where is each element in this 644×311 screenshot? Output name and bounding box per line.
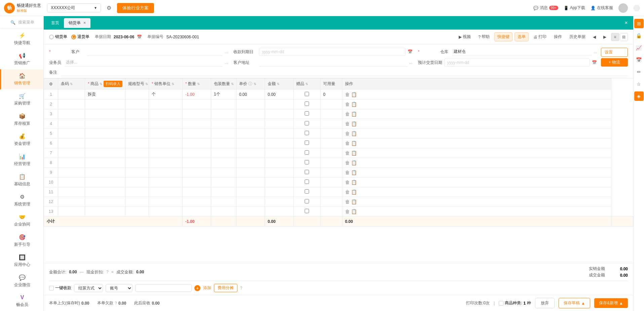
list-view-btn[interactable]: ≡ (611, 33, 619, 41)
cash-discount-info[interactable]: ? (106, 270, 109, 274)
product-type-checkbox[interactable]: 商品种类: 1 种 (499, 300, 531, 306)
panel-calendar-icon[interactable]: 📅 (634, 55, 644, 65)
sidebar-item-marketing[interactable]: 📢 营销推广 (0, 49, 43, 69)
sidebar-item-inventory[interactable]: 📦 库存核算 (0, 110, 43, 130)
gift-checkbox[interactable] (305, 121, 309, 125)
delete-row-btn[interactable]: 🗑 (345, 92, 350, 97)
warehouse-dots[interactable]: ... (594, 49, 597, 54)
radio-return[interactable]: 退货单 (71, 34, 89, 40)
scan-btn[interactable]: 扫码录入 (104, 81, 122, 87)
panel-edit-icon[interactable]: ✏ (634, 67, 644, 77)
delete-row-btn[interactable]: 🗑 (345, 111, 350, 117)
cell-gift[interactable] (294, 89, 320, 100)
tab-close-icon[interactable]: × (83, 21, 86, 25)
gift-checkbox[interactable] (305, 189, 309, 194)
video-btn[interactable]: ▶ 视频 (456, 33, 473, 41)
print-btn[interactable]: 🖨 打印 (531, 33, 549, 41)
save-new-btn[interactable]: 保存&新增 ▲ (594, 298, 628, 308)
select-btn[interactable]: 选单 (515, 32, 529, 41)
sidebar-item-operations[interactable]: 📊 经营管理 (0, 150, 43, 170)
account-select[interactable]: 账号 (106, 284, 132, 292)
copy-row-btn[interactable]: 📋 (351, 160, 357, 165)
delete-row-btn[interactable]: 🗑 (345, 209, 350, 214)
sidebar-item-system[interactable]: ⚙ 系统管理 (0, 190, 43, 210)
gift-checkbox[interactable] (305, 92, 309, 96)
save-draft-btn[interactable]: 保存草稿 ▲ (559, 298, 590, 308)
panel-star-icon[interactable]: ☆ (634, 79, 644, 89)
history-btn[interactable]: 历史单据 (567, 33, 588, 41)
amount-input[interactable] (135, 284, 192, 292)
logistics-btn[interactable]: + 物流 (601, 58, 628, 67)
tab-home[interactable]: 首页 (46, 18, 64, 28)
panel-orange-icon[interactable]: ◈ (634, 91, 644, 101)
due-date-input[interactable]: yyyy-mm-dd (259, 48, 405, 56)
copy-row-btn[interactable]: 📋 (351, 111, 357, 117)
sidebar-item-enterprise[interactable]: 🤝 企业协同 (0, 210, 43, 231)
sidebar-item-guide[interactable]: 🎯 新手引导 (0, 231, 43, 251)
prev-btn[interactable]: ◀ (590, 33, 599, 41)
delete-row-btn[interactable]: 🗑 (345, 199, 350, 204)
message-nav-item[interactable]: 💬 消息 99+ (533, 5, 558, 11)
customer-addr-input[interactable] (259, 59, 407, 67)
delete-row-btn[interactable]: 🗑 (345, 180, 350, 185)
th-settings[interactable]: ⚙ (44, 79, 58, 89)
expense-split-btn[interactable]: 费用分摊 (214, 284, 237, 292)
gift-checkbox[interactable] (305, 111, 309, 116)
gift-checkbox[interactable] (305, 131, 309, 135)
add-payment-btn[interactable]: + (194, 285, 200, 291)
sidebar-search[interactable]: 🔍 搜索菜单 (0, 16, 43, 29)
delete-row-btn[interactable]: 🗑 (345, 121, 350, 126)
cell-unit[interactable]: 个 (149, 89, 183, 100)
copy-row-btn[interactable]: 📋 (351, 189, 357, 195)
price-info-icon[interactable]: ⓘ (248, 81, 252, 86)
gift-checkbox[interactable] (305, 160, 309, 164)
trial-button[interactable]: 体验行业方案 (117, 3, 154, 13)
customer-input[interactable] (87, 48, 223, 56)
calendar-icon[interactable]: 📅 (137, 35, 142, 39)
radio-sale[interactable]: 销货单 (49, 34, 67, 40)
settings-icon-btn[interactable]: ⚙ (104, 3, 114, 13)
one-key-payment-checkbox[interactable]: 一键收款 (49, 285, 71, 291)
delete-row-btn[interactable]: 🗑 (345, 170, 350, 175)
panel-lock-icon[interactable]: 🔒 (634, 31, 644, 40)
gift-checkbox[interactable] (305, 170, 309, 174)
delete-row-btn[interactable]: 🗑 (345, 102, 350, 107)
cell-pack-qty[interactable]: 1个 (211, 89, 236, 100)
cell-product[interactable]: 拆贡 (85, 89, 125, 100)
expected-date-input[interactable]: yyyy-mm-dd (444, 59, 590, 67)
copy-row-btn[interactable]: 📋 (351, 141, 357, 146)
sidebar-item-quick-nav[interactable]: ⚡ 快捷导航 (0, 29, 43, 49)
grid-view-btn[interactable]: ⊞ (620, 33, 628, 41)
help-btn[interactable]: ? 帮助 (476, 33, 492, 41)
note-input[interactable] (61, 69, 628, 76)
gift-checkbox[interactable] (305, 150, 309, 155)
copy-row-btn[interactable]: 📋 (351, 131, 357, 136)
copy-row-btn[interactable]: 📋 (351, 121, 357, 126)
calendar-due-icon[interactable]: 📅 (408, 49, 413, 54)
sidebar-item-member[interactable]: V 畅会员 (0, 291, 43, 311)
copy-row-btn[interactable]: 📋 (351, 150, 357, 156)
settings-form-btn[interactable]: 设置 (601, 48, 628, 57)
delete-row-btn[interactable]: 🗑 (345, 141, 350, 146)
customer-dots[interactable]: ... (225, 49, 228, 54)
gift-checkbox[interactable] (305, 199, 309, 203)
copy-row-btn[interactable]: 📋 (351, 199, 357, 204)
shortcut-btn[interactable]: 快捷键 (494, 32, 513, 41)
warehouse-input[interactable]: 建材仓 (452, 48, 592, 56)
abandon-btn[interactable]: 放弃 (535, 298, 555, 308)
app-download-nav[interactable]: 📱 App下载 (564, 5, 585, 11)
user-avatar[interactable] (618, 3, 628, 13)
sidebar-item-finance[interactable]: 💰 资金管理 (0, 130, 43, 150)
panel-chart-icon[interactable]: 📈 (634, 43, 644, 52)
gift-checkbox[interactable] (305, 180, 309, 184)
gift-checkbox[interactable] (305, 141, 309, 145)
user-avatar2[interactable] (633, 5, 640, 11)
delete-row-btn[interactable]: 🗑 (345, 189, 350, 195)
panel-expand-icon[interactable]: ⊞ (634, 19, 644, 28)
cell-qty[interactable]: -1.00 (183, 89, 211, 100)
calendar-expected-icon[interactable]: 📅 (592, 60, 597, 65)
addr-dots[interactable]: ... (409, 60, 413, 65)
sidebar-item-base[interactable]: 📋 基础信息 (0, 170, 43, 190)
salesperson-dots[interactable]: ... (225, 60, 228, 65)
tab-sales-order[interactable]: 销货单 × (64, 18, 90, 28)
